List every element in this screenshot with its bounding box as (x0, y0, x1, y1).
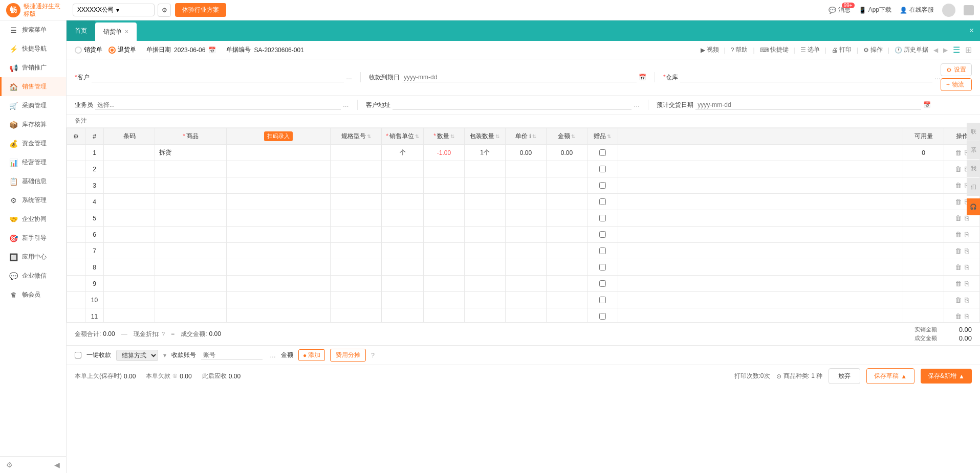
cell-unit[interactable] (382, 227, 424, 243)
cell-pkg[interactable]: 1个 (464, 145, 505, 161)
cell-pkg[interactable] (464, 194, 505, 210)
next-icon[interactable]: ▶ (943, 47, 948, 54)
sidebar-collapse-icon[interactable]: ◀ (54, 461, 60, 469)
due-date-input[interactable] (402, 73, 637, 82)
print-link[interactable]: 🖨 打印 (832, 46, 852, 54)
copy-icon[interactable]: ⎘ (965, 247, 969, 255)
customer-address-input[interactable] (393, 100, 632, 110)
cell-spec[interactable] (331, 177, 382, 194)
cell-qty[interactable] (423, 161, 464, 177)
cell-gift[interactable] (587, 259, 618, 276)
save-new-button[interactable]: 保存&新增 ▲ (921, 369, 972, 384)
shortcut-link[interactable]: ⌨ 快捷键 (760, 46, 789, 54)
cell-amount[interactable] (546, 308, 587, 323)
cell-qty[interactable] (423, 259, 464, 276)
history-link[interactable]: 🕐 历史单据 (895, 46, 928, 54)
delete-icon[interactable]: 🗑 (955, 247, 962, 255)
gift-checkbox[interactable] (599, 297, 606, 303)
cell-unit[interactable] (382, 194, 424, 210)
grid-view-icon[interactable]: ⊞ (965, 45, 972, 55)
copy-icon[interactable]: ⎘ (965, 312, 969, 320)
radio-return[interactable]: 退货单 (108, 46, 136, 54)
delete-icon[interactable]: 🗑 (955, 263, 962, 271)
cell-spec[interactable] (331, 145, 382, 161)
cell-gift[interactable] (587, 308, 618, 323)
expense-help-icon[interactable]: ? (371, 352, 375, 359)
copy-icon[interactable]: ⎘ (965, 280, 969, 287)
cell-amount[interactable] (546, 276, 587, 292)
cell-amount[interactable] (546, 210, 587, 227)
user-menu-icon[interactable] (964, 5, 974, 15)
cell-barcode[interactable] (104, 276, 155, 292)
float-btn-1[interactable]: 联 (967, 123, 980, 141)
operation-link[interactable]: ⚙ 操作 (863, 46, 883, 54)
sidebar-item-guide[interactable]: 🎯 新手引导 (0, 229, 66, 247)
payment-method-select[interactable]: 结算方式 (116, 350, 158, 361)
sidebar-item-basic[interactable]: 📋 基础信息 (0, 172, 66, 191)
tab-home[interactable]: 首页 (67, 20, 95, 41)
cell-gift[interactable] (587, 292, 618, 308)
trial-button[interactable]: 体验行业方案 (175, 3, 226, 17)
cell-gift[interactable] (587, 145, 618, 161)
cell-unit[interactable] (382, 276, 424, 292)
cell-qty[interactable] (423, 227, 464, 243)
cell-barcode[interactable] (104, 194, 155, 210)
th-scan[interactable]: 扫码录入 (227, 128, 331, 145)
cell-barcode[interactable] (104, 145, 155, 161)
sidebar-item-search[interactable]: ☰ 搜索菜单 (0, 20, 66, 39)
cell-pkg[interactable] (464, 177, 505, 194)
avatar[interactable] (942, 4, 955, 17)
cell-product[interactable]: 拆货 (155, 145, 227, 161)
cell-unit[interactable] (382, 161, 424, 177)
cell-qty[interactable] (423, 292, 464, 308)
cell-qty[interactable] (423, 308, 464, 323)
due-date-calendar-icon[interactable]: 📅 (639, 74, 646, 81)
cell-barcode[interactable] (104, 308, 155, 323)
cell-pkg[interactable] (464, 243, 505, 259)
online-service-button[interactable]: 👤 在线客服 (900, 6, 934, 14)
cell-spec[interactable] (331, 227, 382, 243)
cell-qty[interactable]: -1.00 (423, 145, 464, 161)
th-settings[interactable]: ⚙ (67, 128, 85, 145)
cell-pkg[interactable] (464, 292, 505, 308)
cell-gift[interactable] (587, 194, 618, 210)
gift-checkbox[interactable] (599, 166, 606, 172)
one-click-payment-checkbox[interactable] (75, 352, 81, 358)
video-link[interactable]: ▶ 视频 (701, 46, 719, 54)
cell-product[interactable] (155, 243, 227, 259)
salesperson-input[interactable] (95, 100, 341, 110)
cell-unit[interactable] (382, 292, 424, 308)
delivery-date-calendar-icon[interactable]: 📅 (923, 101, 931, 108)
cell-price[interactable] (505, 259, 546, 276)
cell-amount[interactable] (546, 227, 587, 243)
delete-icon[interactable]: 🗑 (955, 296, 962, 304)
cell-product[interactable] (155, 194, 227, 210)
cell-price[interactable] (505, 210, 546, 227)
delete-icon[interactable]: 🗑 (955, 231, 962, 238)
delivery-date-input[interactable] (695, 100, 921, 110)
warehouse-ellipsis-icon[interactable]: … (934, 74, 941, 81)
cell-qty[interactable] (423, 243, 464, 259)
delete-icon[interactable]: 🗑 (955, 182, 962, 189)
tab-sales-order[interactable]: 销货单 × (95, 22, 137, 41)
discount-info-icon[interactable]: ? (162, 331, 165, 337)
cell-price[interactable]: 0.00 (505, 145, 546, 161)
prev-icon[interactable]: ◀ (933, 47, 938, 54)
delete-icon[interactable]: 🗑 (955, 280, 962, 287)
cell-unit[interactable] (382, 243, 424, 259)
float-btn-2[interactable]: 系 (967, 141, 980, 159)
cell-amount[interactable] (546, 194, 587, 210)
delete-icon[interactable]: 🗑 (955, 312, 962, 320)
sidebar-item-collab[interactable]: 🤝 企业协同 (0, 210, 66, 229)
cell-amount[interactable] (546, 259, 587, 276)
cell-product[interactable] (155, 276, 227, 292)
cell-qty[interactable] (423, 194, 464, 210)
cell-price[interactable] (505, 194, 546, 210)
copy-icon[interactable]: ⎘ (965, 263, 969, 271)
tab-close-icon[interactable]: × (125, 28, 128, 35)
gift-checkbox[interactable] (599, 198, 606, 205)
cell-spec[interactable] (331, 243, 382, 259)
cell-price[interactable] (505, 227, 546, 243)
app-download-button[interactable]: 📱 App下载 (859, 6, 891, 14)
cell-barcode[interactable] (104, 259, 155, 276)
